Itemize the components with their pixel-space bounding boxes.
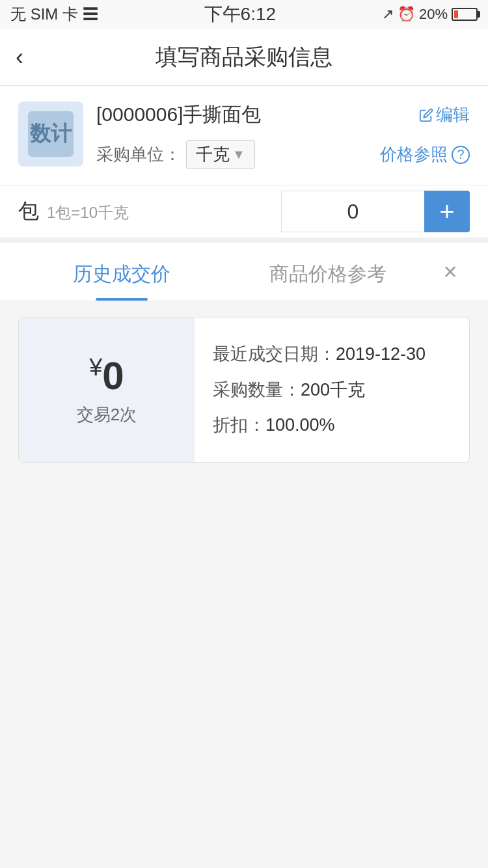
status-left: 无 SIM 卡 ☰	[10, 4, 98, 25]
quantity-input-group: +	[281, 191, 470, 232]
transaction-count: 交易2次	[77, 403, 137, 426]
date-value: 2019-12-30	[336, 344, 426, 364]
transaction-details: 最近成交日期：2019-12-30 采购数量：200千克 折扣：100.00%	[195, 318, 469, 462]
status-right: ↗ ⏰ 20%	[382, 6, 478, 23]
tab-price-ref-label: 商品价格参考	[269, 263, 386, 284]
product-logo-inner: 数计	[28, 111, 74, 157]
product-name-row: [0000006]手撕面包 编辑	[96, 102, 470, 128]
quantity-main-label: 包	[18, 197, 39, 226]
edit-button[interactable]: 编辑	[419, 103, 470, 126]
unit-row: 采购单位： 千克 ▼ 价格参照 ?	[96, 140, 470, 169]
edit-label: 编辑	[436, 103, 470, 126]
product-name: [0000006]手撕面包	[96, 102, 261, 128]
sim-text: 无 SIM 卡 ☰	[10, 4, 98, 25]
tabs-section: 历史成交价 商品价格参考 ×	[0, 243, 488, 301]
unit-label: 采购单位：	[96, 143, 181, 166]
product-top: 数计 [0000006]手撕面包 编辑 采购单位： 千克 ▼	[18, 102, 470, 169]
price-ref-icon: ?	[452, 146, 470, 164]
back-button[interactable]: ‹	[16, 44, 23, 71]
quantity-label-group: 包 1包=10千克	[18, 197, 129, 226]
quantity-input[interactable]	[281, 191, 424, 232]
tab-history-label: 历史成交价	[73, 263, 170, 284]
price-value: 0	[102, 354, 124, 398]
nav-bar: ‹ 填写商品采购信息	[0, 29, 488, 86]
purchase-qty-label: 采购数量：	[213, 380, 301, 400]
transaction-price-section: ¥0 交易2次	[19, 318, 195, 462]
page-title: 填写商品采购信息	[156, 42, 332, 72]
transaction-discount-row: 折扣：100.00%	[213, 412, 451, 439]
quantity-section: 包 1包=10千克 +	[0, 185, 488, 243]
unit-value: 千克	[196, 143, 230, 166]
transaction-card: ¥0 交易2次 最近成交日期：2019-12-30 采购数量：200千克 折扣：…	[18, 317, 470, 463]
alarm-icon: ⏰	[398, 6, 415, 23]
unit-arrow-icon: ▼	[232, 147, 245, 162]
tabs-close-button[interactable]: ×	[431, 252, 470, 292]
tab-history-price[interactable]: 历史成交价	[18, 243, 224, 301]
battery-indicator	[452, 8, 478, 21]
status-bar: 无 SIM 卡 ☰ 下午6:12 ↗ ⏰ 20%	[0, 0, 488, 29]
product-info: [0000006]手撕面包 编辑 采购单位： 千克 ▼	[96, 102, 470, 169]
status-time: 下午6:12	[204, 2, 277, 27]
battery-fill	[454, 10, 458, 18]
discount-label: 折扣：	[213, 415, 265, 435]
price-ref-button[interactable]: 价格参照 ?	[380, 143, 470, 166]
price-ref-label: 价格参照	[380, 143, 448, 166]
quantity-plus-button[interactable]: +	[424, 191, 470, 232]
quantity-sub-label: 1包=10千克	[47, 202, 129, 223]
product-logo: 数计	[18, 102, 83, 167]
edit-icon	[419, 108, 433, 122]
transaction-price: ¥0	[89, 353, 124, 398]
location-icon: ↗	[382, 6, 394, 23]
content-area: ¥0 交易2次 最近成交日期：2019-12-30 采购数量：200千克 折扣：…	[0, 301, 488, 692]
transaction-quantity-row: 采购数量：200千克	[213, 377, 451, 403]
battery-percent: 20%	[419, 6, 448, 23]
unit-selector[interactable]: 千克 ▼	[186, 140, 255, 169]
discount-value: 100.00%	[265, 415, 335, 435]
date-label: 最近成交日期：	[213, 344, 336, 364]
product-card: 数计 [0000006]手撕面包 编辑 采购单位： 千克 ▼	[0, 86, 488, 185]
tab-price-ref[interactable]: 商品价格参考	[224, 243, 431, 301]
transaction-date-row: 最近成交日期：2019-12-30	[213, 341, 451, 368]
price-symbol: ¥	[89, 354, 102, 381]
purchase-qty-value: 200千克	[301, 380, 365, 400]
